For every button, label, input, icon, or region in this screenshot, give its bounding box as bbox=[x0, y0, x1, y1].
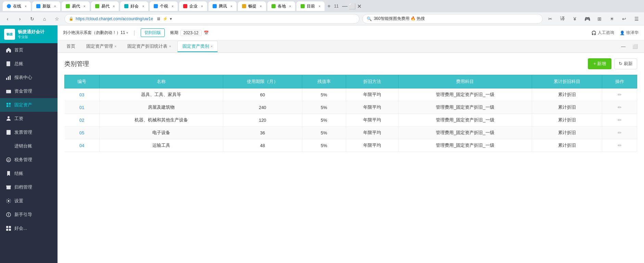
browser-tab-4[interactable]: 好会 × bbox=[120, 1, 148, 11]
edit-button-2[interactable]: ✏ bbox=[618, 117, 622, 123]
tabs-minimize-button[interactable]: — bbox=[619, 43, 628, 50]
currency-icon[interactable]: ¥ bbox=[570, 14, 580, 24]
tab-favicon-3 bbox=[95, 4, 99, 8]
tab-close-5[interactable]: × bbox=[172, 4, 174, 8]
tab-close-8[interactable]: × bbox=[260, 4, 262, 8]
user-avatar-icon: 👤 bbox=[620, 31, 625, 35]
sidebar-item-finance[interactable]: 资金管理 bbox=[0, 84, 58, 98]
sidebar-item-salary[interactable]: 工资 bbox=[0, 112, 58, 125]
cell-code-1[interactable]: 01 bbox=[65, 101, 100, 114]
browser-tab-1[interactable]: 新版 × bbox=[32, 1, 60, 11]
menu-icon[interactable]: ☰ bbox=[632, 14, 641, 24]
sidebar-item-label-settings: 设置 bbox=[14, 198, 23, 204]
browser-tab-8[interactable]: 畅提 × bbox=[238, 1, 266, 11]
cell-code-0[interactable]: 03 bbox=[65, 88, 100, 101]
address-bar[interactable]: 🔒 https://cloud.chanjet.com/accounting/u… bbox=[64, 14, 359, 24]
browser-tab-10[interactable]: 目前 × bbox=[296, 1, 325, 11]
sidebar-item-tax[interactable]: 税 税务管理 bbox=[0, 153, 58, 167]
forward-button[interactable]: › bbox=[15, 14, 25, 24]
period-value[interactable]: 2023-12 bbox=[180, 30, 202, 36]
browser-tab-7[interactable]: 腾讯 × bbox=[209, 1, 237, 11]
cell-code-2[interactable]: 02 bbox=[65, 114, 100, 127]
tab-count[interactable]: 11 bbox=[332, 3, 341, 9]
home-button[interactable]: ⌂ bbox=[40, 14, 49, 24]
col-accumulate: 累计折旧科目 bbox=[532, 75, 602, 88]
home-icon bbox=[5, 47, 12, 53]
tab-home-label: 首页 bbox=[66, 43, 75, 49]
sidebar-item-settings[interactable]: 设置 bbox=[0, 194, 58, 208]
header-right: 🎧 人工咨询 👤 徐泽华 bbox=[591, 30, 639, 36]
tab-category-close[interactable]: × bbox=[211, 44, 213, 48]
tab-close-2[interactable]: × bbox=[84, 4, 86, 8]
sidebar-item-trade[interactable]: 进销台账 bbox=[0, 139, 58, 153]
browser-tab-6[interactable]: 企业 × bbox=[179, 1, 207, 11]
tab-close-3[interactable]: × bbox=[113, 4, 115, 8]
tab-home[interactable]: 首页 bbox=[62, 41, 80, 52]
switch-version-button[interactable]: 切到旧版 bbox=[141, 28, 165, 37]
refresh-button[interactable]: ↻ 刷新 bbox=[614, 58, 637, 69]
add-button[interactable]: + 新增 bbox=[588, 58, 611, 69]
sidebar-item-app[interactable]: 好会... bbox=[0, 222, 58, 235]
sidebar-item-invoice[interactable]: 发票管理 bbox=[0, 125, 58, 139]
tab-close-9[interactable]: × bbox=[289, 4, 291, 8]
cell-op-3: ✏ bbox=[602, 127, 637, 139]
browser-tab-9[interactable]: 各地 × bbox=[267, 1, 295, 11]
page-title-row: 类别管理 + 新增 ↻ 刷新 bbox=[64, 58, 637, 69]
sidebar-item-close-book[interactable]: 结账 bbox=[0, 167, 58, 180]
sidebar-item-general-ledger[interactable]: 总账 bbox=[0, 57, 58, 71]
tab-close-1[interactable]: × bbox=[54, 4, 56, 8]
scissors-icon[interactable]: ✂ bbox=[545, 14, 555, 24]
sidebar-item-reports[interactable]: 报表中心 bbox=[0, 71, 58, 84]
sidebar-item-fixed-assets[interactable]: 固定资产 bbox=[0, 98, 58, 112]
edit-button-1[interactable]: ✏ bbox=[618, 105, 622, 110]
tab-assets-mgmt-close[interactable]: × bbox=[114, 44, 116, 48]
minimize-button[interactable]: — bbox=[342, 3, 348, 9]
reload-button[interactable]: ↻ bbox=[27, 14, 37, 24]
tab-depreciation-close[interactable]: × bbox=[169, 44, 171, 48]
close-button[interactable]: ✕ bbox=[357, 3, 362, 10]
cell-code-4[interactable]: 04 bbox=[65, 139, 100, 152]
customer-service-button[interactable]: 🎧 人工咨询 bbox=[591, 30, 614, 36]
tab-fixed-assets-mgmt[interactable]: 固定资产管理 × bbox=[81, 41, 121, 52]
browser-tab-3[interactable]: 易代 × bbox=[91, 1, 119, 11]
sidebar-item-label-guide: 新手引导 bbox=[14, 212, 32, 218]
header-user[interactable]: 刘小艳演示系套（勿删勿动！）11 ▾ bbox=[63, 30, 128, 36]
bookmark-button[interactable]: ☆ bbox=[52, 14, 62, 24]
tabs-expand-button[interactable]: ⬜ bbox=[630, 43, 640, 50]
edit-button-4[interactable]: ✏ bbox=[618, 143, 622, 148]
game-icon[interactable]: 🎮 bbox=[582, 14, 592, 24]
period-label: 账期 bbox=[170, 30, 178, 36]
browser-tab-5[interactable]: 个税 × bbox=[150, 1, 178, 11]
edit-button-0[interactable]: ✏ bbox=[618, 92, 622, 97]
switch-version-label: 切到旧版 bbox=[144, 30, 161, 35]
tab-depreciation-table[interactable]: 固定资产折旧统计表 × bbox=[123, 41, 176, 52]
tab-asset-category[interactable]: 固定资产类别 × bbox=[177, 41, 218, 52]
user-info-button[interactable]: 👤 徐泽华 bbox=[620, 30, 639, 36]
translate-icon[interactable]: 译 bbox=[558, 14, 567, 24]
cell-code-3[interactable]: 05 bbox=[65, 127, 100, 139]
sidebar-item-guide[interactable]: 新手引导 bbox=[0, 208, 58, 222]
table-row: 05 电子设备 36 5% 年限平均 管理费用_固定资产折旧_一级 累计折旧 ✏ bbox=[65, 127, 637, 139]
search-bar[interactable]: 🔍 360智能抠图免费用 🔥 热搜 bbox=[362, 14, 543, 24]
sun-icon[interactable]: ☀ bbox=[607, 14, 617, 24]
tab-close-7[interactable]: × bbox=[230, 4, 232, 8]
tab-close-0[interactable]: × bbox=[25, 4, 27, 8]
grid-icon[interactable]: ⊞ bbox=[595, 14, 604, 24]
new-tab-button[interactable]: + bbox=[327, 3, 330, 9]
tabs-right-controls: — ⬜ bbox=[619, 43, 640, 50]
browser-tab-2[interactable]: 易代 × bbox=[62, 1, 90, 11]
tab-label-9: 各地 bbox=[278, 3, 286, 9]
sidebar-item-home[interactable]: 首页 bbox=[0, 43, 58, 57]
undo-icon[interactable]: ↩ bbox=[619, 14, 629, 24]
cell-method-3: 年限平均 bbox=[346, 127, 399, 139]
maximize-button[interactable]: ⬜ bbox=[349, 3, 356, 10]
tab-close-6[interactable]: × bbox=[201, 4, 203, 8]
tab-close-4[interactable]: × bbox=[142, 4, 144, 8]
back-button[interactable]: ‹ bbox=[3, 14, 12, 24]
browser-tab-0[interactable]: 在线 × bbox=[3, 1, 31, 11]
calendar-icon[interactable]: 📅 bbox=[204, 31, 209, 35]
tab-close-10[interactable]: × bbox=[318, 4, 320, 8]
sidebar-item-archive[interactable]: 归档管理 bbox=[0, 180, 58, 194]
sidebar-item-label-home: 首页 bbox=[14, 47, 23, 53]
edit-button-3[interactable]: ✏ bbox=[618, 130, 622, 135]
